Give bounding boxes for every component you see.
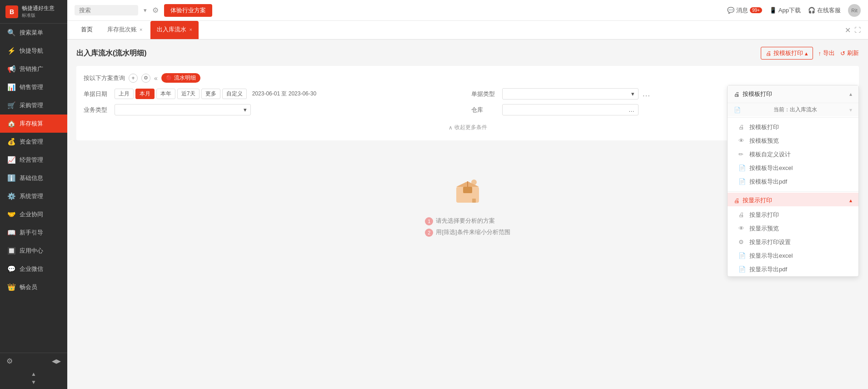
print-display-pdf-label: 按显示导出pdf xyxy=(749,265,787,274)
sidebar-item-guide[interactable]: 📖 新手引导 xyxy=(0,224,67,242)
date-btn-this-month[interactable]: 本月 xyxy=(135,89,155,99)
sidebar-item-operations[interactable]: 📈 经营管理 xyxy=(0,151,67,169)
sidebar-item-search[interactable]: 🔍 搜索菜单 xyxy=(0,24,67,42)
export-icon: ↑ xyxy=(818,50,822,57)
export-btn[interactable]: ↑ 导出 xyxy=(818,49,835,57)
print-item-display-print[interactable]: 🖨 按显示打印 xyxy=(728,208,858,222)
tabs-bar: 首页 库存批次账 × 出入库流水 × ✕ ⛶ xyxy=(67,21,868,40)
online-service-btn[interactable]: 🎧 在线客服 xyxy=(808,6,841,15)
app-download-btn[interactable]: 📱 App下载 xyxy=(769,6,801,15)
page-title: 出入库流水(流水明细) xyxy=(76,49,147,58)
scroll-down-btn[interactable]: ▼ xyxy=(31,379,36,385)
print-item-template-export-pdf[interactable]: 📄 按模板导出pdf xyxy=(728,175,858,189)
sidebar-item-label: 采购管理 xyxy=(20,101,43,110)
print-display-settings-label: 按显示打印设置 xyxy=(749,238,791,246)
tip-text-1: 请先选择要分析的方案 xyxy=(436,217,495,225)
sidebar-item-marketing[interactable]: 📢 营销推广 xyxy=(0,60,67,78)
tab-inout-flow-close[interactable]: × xyxy=(189,27,192,32)
print-item-display-preview[interactable]: 👁 按显示预览 xyxy=(728,222,858,235)
filter-tag-label: 流水明细 xyxy=(174,74,196,82)
print-item-template-preview[interactable]: 👁 按模板预览 xyxy=(728,134,858,148)
filter-collapse-icon[interactable]: « xyxy=(154,75,158,82)
trial-btn[interactable]: 体验行业方案 xyxy=(164,4,212,17)
date-btn-custom[interactable]: 自定义 xyxy=(222,89,247,99)
sidebar-item-sales[interactable]: 📊 销售管理 xyxy=(0,78,67,96)
print-item-template-custom[interactable]: ✏ 模板自定义设计 xyxy=(728,148,858,161)
tab-inout-flow[interactable]: 出入库流水 × xyxy=(150,21,198,39)
sidebar-item-vip[interactable]: 👑 畅会员 xyxy=(0,278,67,296)
sidebar-item-inventory[interactable]: 🏠 库存核算 xyxy=(0,115,67,133)
filter-doctype-more[interactable]: … xyxy=(642,89,650,99)
sidebar-item-basic[interactable]: ℹ️ 基础信息 xyxy=(0,169,67,187)
sidebar-item-purchase[interactable]: 🛒 采购管理 xyxy=(0,96,67,115)
refresh-icon: ↺ xyxy=(840,50,845,57)
sidebar-item-quick-nav[interactable]: ⚡ 快捷导航 xyxy=(0,42,67,60)
sidebar-item-appcenter[interactable]: 🔲 应用中心 xyxy=(0,242,67,260)
print-display-group-title: 🖨 按显示打印 xyxy=(734,196,772,204)
print-item-display-export-excel[interactable]: 📄 按显示导出excel xyxy=(728,249,858,263)
finance-icon: 💰 xyxy=(7,138,16,146)
scroll-up-btn[interactable]: ▲ xyxy=(31,371,36,377)
tab-home[interactable]: 首页 xyxy=(75,21,99,39)
print-item-display-print-settings[interactable]: ⚙ 按显示打印设置 xyxy=(728,235,858,249)
sidebar-settings-icon[interactable]: ⚙ xyxy=(6,357,13,365)
page-content: 出入库流水(流水明细) 🖨 按模板打印 ▴ ↑ 导出 ↺ 刷新 xyxy=(67,40,868,389)
printer-icon: 🖨 xyxy=(766,50,772,57)
filter-warehouse-label: 仓库 xyxy=(471,106,499,114)
print-item-template-print[interactable]: 🖨 按模板打印 xyxy=(728,120,858,134)
sidebar-item-system[interactable]: ⚙️ 系统管理 xyxy=(0,187,67,205)
print-dropdown-collapse-arrow[interactable]: ▴ xyxy=(849,91,852,97)
appcenter-icon: 🔲 xyxy=(7,247,16,255)
sidebar-item-finance[interactable]: 💰 资金管理 xyxy=(0,133,67,151)
date-btn-this-year[interactable]: 本年 xyxy=(156,89,175,99)
print-dropdown-title: 🖨 按模板打印 xyxy=(734,90,772,98)
date-btn-last-month[interactable]: 上月 xyxy=(115,89,134,99)
filter-biztype-select[interactable]: ▾ xyxy=(115,104,251,115)
print-tpl-custom-label: 模板自定义设计 xyxy=(749,150,791,159)
collapse-label: 收起更多条件 xyxy=(454,124,487,131)
filter-settings-btn[interactable]: ⚙ xyxy=(141,74,150,83)
close-window-btn[interactable]: ✕ xyxy=(845,26,851,35)
refresh-btn[interactable]: ↺ 刷新 xyxy=(840,49,859,57)
print-display-group-header[interactable]: 🖨 按显示打印 ▴ xyxy=(728,193,858,206)
tab-inventory-batch-close[interactable]: × xyxy=(140,27,142,32)
print-display-print-label: 按显示打印 xyxy=(749,211,779,219)
app-version: 标准版 xyxy=(22,12,55,19)
export-label: 导出 xyxy=(823,49,835,57)
excel-icon: 📄 xyxy=(738,165,746,172)
display-group-title-text: 按显示打印 xyxy=(743,196,772,204)
topbar: ▾ ⚙ 体验行业方案 💬 消息 99+ 📱 App下载 🎧 在线客服 Rit xyxy=(67,0,868,21)
page-header: 出入库流水(流水明细) 🖨 按模板打印 ▴ ↑ 导出 ↺ 刷新 xyxy=(76,47,859,60)
display-print-icon: 🖨 xyxy=(738,211,746,219)
sidebar-item-collab[interactable]: 🤝 企业协同 xyxy=(0,205,67,224)
sidebar-collapse-icon[interactable]: ◀▶ xyxy=(52,358,61,364)
print-tpl-icon: 🖨 xyxy=(738,124,746,131)
filter-add-btn[interactable]: + xyxy=(129,74,138,83)
collab-icon: 🤝 xyxy=(7,210,16,219)
print-dropdown-header: 🖨 按模板打印 ▴ xyxy=(728,85,858,103)
topbar-gear-icon[interactable]: ⚙ xyxy=(152,6,159,15)
search-dropdown-icon[interactable]: ▾ xyxy=(144,7,147,14)
filter-tag[interactable]: 🔴 流水明细 xyxy=(161,73,200,83)
app-name: 畅捷通好生意 xyxy=(22,5,55,12)
filter-doctype-select[interactable]: ▾ xyxy=(502,88,639,100)
sidebar-item-wechat[interactable]: 💬 企业微信 xyxy=(0,260,67,278)
print-title-text: 按模板打印 xyxy=(743,90,772,98)
search-input[interactable] xyxy=(75,5,138,15)
tab-inventory-batch[interactable]: 库存批次账 × xyxy=(101,21,149,39)
collapse-more-btn[interactable]: ∧ 收起更多条件 xyxy=(449,124,487,131)
print-item-template-export-excel[interactable]: 📄 按模板导出excel xyxy=(728,161,858,175)
print-item-display-export-pdf[interactable]: 📄 按显示导出pdf xyxy=(728,263,858,276)
date-btn-more[interactable]: 更多 xyxy=(201,89,220,99)
messages-btn[interactable]: 💬 消息 99+ xyxy=(727,6,762,15)
maximize-window-btn[interactable]: ⛶ xyxy=(854,26,861,34)
app-download-label: App下载 xyxy=(778,6,801,15)
tab-inout-flow-label: 出入库流水 xyxy=(157,25,186,34)
display-preview-icon: 👁 xyxy=(738,225,746,232)
search-icon: 🔍 xyxy=(7,29,16,37)
date-btn-7days[interactable]: 近7天 xyxy=(177,89,200,99)
filter-warehouse-select[interactable]: … xyxy=(502,104,639,115)
print-tpl-pdf-label: 按模板导出pdf xyxy=(749,178,787,186)
user-avatar-btn[interactable]: Rit xyxy=(848,4,861,17)
print-template-btn[interactable]: 🖨 按模板打印 ▴ xyxy=(761,47,813,60)
